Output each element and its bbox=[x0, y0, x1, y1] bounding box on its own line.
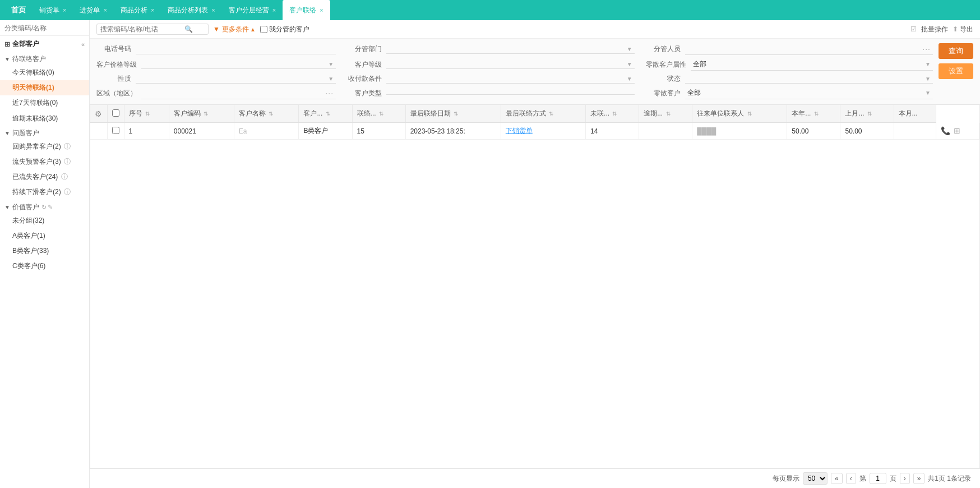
sidebar-item-declining[interactable]: 持续下滑客户(2) ⓘ bbox=[0, 185, 89, 200]
close-customer-segmentation-icon[interactable]: × bbox=[272, 7, 276, 13]
phone-field: 电话号码 bbox=[96, 44, 336, 54]
sidebar-item-today-contact[interactable]: 今天待联络(0) bbox=[0, 65, 89, 80]
sidebar-item-class-c[interactable]: C类客户(6) bbox=[0, 259, 89, 274]
last-contact-method-link[interactable]: 下销货单 bbox=[506, 127, 533, 135]
all-customers-header[interactable]: ⊞ 全部客户 « bbox=[0, 36, 89, 52]
row-no: 1 bbox=[124, 123, 169, 140]
sidebar-item-class-b[interactable]: B类客户(33) bbox=[0, 243, 89, 259]
row-last-contact-date: 2023-05-23 18:25: bbox=[405, 123, 501, 140]
sidebar-search-input[interactable] bbox=[4, 24, 89, 32]
retail-customer-select[interactable]: 全部 ▼ bbox=[685, 87, 933, 99]
row-select-checkbox[interactable] bbox=[112, 127, 119, 134]
th-company-contact[interactable]: 逾期... ⇅ bbox=[639, 105, 692, 123]
top-nav: 首页 销货单 × 进货单 × 商品分析 × 商品分析列表 × 客户分层经营 × … bbox=[0, 0, 980, 20]
export-icon: ⬆ bbox=[953, 25, 958, 33]
price-level-select[interactable]: ▼ bbox=[141, 60, 336, 69]
row-checkbox[interactable] bbox=[107, 123, 124, 140]
row-company-contact: ████ bbox=[692, 123, 787, 140]
th-name[interactable]: 客户编码 ⇅ bbox=[169, 105, 234, 123]
my-customers-check-input[interactable] bbox=[260, 26, 267, 33]
sidebar-item-tomorrow-contact[interactable]: 明天待联络(1) bbox=[0, 80, 89, 95]
th-this-year[interactable]: 往来单位联系人 ⇅ bbox=[692, 105, 787, 123]
th-overdue[interactable]: 未联... ⇅ bbox=[586, 105, 639, 123]
group-problem-customers[interactable]: ▼ 问题客户 bbox=[0, 126, 89, 139]
close-sales-order-icon[interactable]: × bbox=[63, 7, 66, 13]
table-footer: 每页显示 50 « ‹ 第 页 › » 共1页 1条记录 bbox=[90, 468, 980, 488]
close-purchase-order-icon[interactable]: × bbox=[103, 7, 107, 13]
nav-customer-contact[interactable]: 客户联络 × bbox=[283, 0, 330, 20]
more-conditions-btn[interactable]: ▼ 更多条件 ▲ bbox=[213, 25, 256, 34]
retail-customer-label: 零散客户 bbox=[646, 89, 685, 98]
region-select[interactable]: ··· bbox=[141, 88, 336, 99]
action-icons-group: 📞 ⊞ bbox=[941, 126, 974, 135]
export-btn[interactable]: ⬆ 导出 bbox=[953, 25, 973, 34]
sidebar-item-churned[interactable]: 已流失客户(24) ⓘ bbox=[0, 169, 89, 185]
sidebar-item-repurchase-abnormal[interactable]: 回购异常客户(2) ⓘ bbox=[0, 139, 89, 154]
settings-gear-icon[interactable]: ⚙ bbox=[95, 109, 102, 118]
close-product-analysis-icon[interactable]: × bbox=[151, 7, 154, 13]
edit-icon[interactable]: ✎ bbox=[48, 204, 53, 211]
close-customer-contact-icon[interactable]: × bbox=[320, 7, 323, 13]
set-button[interactable]: 设置 bbox=[939, 63, 973, 79]
close-product-analysis-list-icon[interactable]: × bbox=[211, 7, 215, 13]
nav-home[interactable]: 首页 bbox=[4, 0, 33, 20]
th-last-month[interactable]: 本年... ⇅ bbox=[787, 105, 840, 123]
th-last-contact-method[interactable]: 最后联络日期 ⇅ bbox=[405, 105, 501, 123]
th-last-contact-date[interactable]: 联络... ⇅ bbox=[352, 105, 405, 123]
page-number-input[interactable] bbox=[870, 473, 886, 484]
th-uncontacted[interactable]: 最后联络方式 ⇅ bbox=[501, 105, 585, 123]
payment-select[interactable]: ▼ bbox=[386, 75, 634, 84]
dept-select[interactable]: ▼ bbox=[386, 45, 634, 54]
sidebar-collapse-btn[interactable]: « bbox=[81, 41, 85, 48]
main-search-button[interactable]: 🔍 bbox=[184, 25, 193, 33]
grid-action-icon[interactable]: ⊞ bbox=[954, 126, 960, 135]
sort-lm-icon: ⇅ bbox=[814, 111, 819, 117]
select-all-checkbox[interactable] bbox=[112, 109, 119, 117]
th-code[interactable]: 序号 ⇅ bbox=[124, 105, 169, 123]
per-page-select[interactable]: 50 bbox=[803, 472, 828, 485]
phone-input[interactable] bbox=[136, 44, 336, 54]
sort-lcm-icon: ⇅ bbox=[454, 111, 458, 117]
sidebar-item-overdue-contact[interactable]: 逾期未联络(30) bbox=[0, 111, 89, 126]
customer-level-select[interactable]: ▼ bbox=[386, 60, 634, 69]
query-button[interactable]: 查询 bbox=[939, 43, 973, 59]
sidebar-item-churn-warning[interactable]: 流失预警客户(3) ⓘ bbox=[0, 154, 89, 169]
checkbox-column-header[interactable] bbox=[107, 105, 124, 123]
row-last-contact-method[interactable]: 下销货单 bbox=[501, 123, 585, 140]
group-pending-contact[interactable]: ▼ 待联络客户 bbox=[0, 52, 89, 65]
first-page-btn[interactable]: « bbox=[831, 473, 843, 484]
nature-select[interactable]: ▼ bbox=[136, 75, 336, 84]
settings-column-header[interactable]: ⚙ bbox=[90, 105, 107, 123]
table-body: 1 000021 Ea B类客户 15 2023-05-23 18:25: 下销… bbox=[90, 123, 979, 140]
group-value-customers[interactable]: ▼ 价值客户 ↻ ✎ bbox=[0, 200, 89, 213]
last-page-btn[interactable]: » bbox=[913, 473, 925, 484]
sidebar-item-class-a[interactable]: A类客户(1) bbox=[0, 228, 89, 243]
sort-type-icon: ⇅ bbox=[269, 111, 273, 117]
phone-action-icon[interactable]: 📞 bbox=[941, 126, 950, 135]
sidebar-item-ungrouped[interactable]: 未分组(32) bbox=[0, 213, 89, 228]
sidebar-item-7day-contact[interactable]: 近7天待联络(0) bbox=[0, 95, 89, 111]
my-customers-checkbox[interactable]: 我分管的客户 bbox=[260, 25, 309, 34]
nav-product-analysis-list[interactable]: 商品分析列表 × bbox=[161, 0, 221, 20]
th-type[interactable]: 客户名称 ⇅ bbox=[234, 105, 299, 123]
main-search-input[interactable] bbox=[100, 25, 184, 33]
retail-attr-select[interactable]: 全部 ▼ bbox=[691, 58, 933, 71]
refresh-icon[interactable]: ↻ bbox=[41, 204, 47, 211]
checkbox-icon: ☑ bbox=[910, 25, 917, 33]
chevron-up-icon: ▲ bbox=[250, 26, 256, 33]
nav-purchase-order[interactable]: 进货单 × bbox=[73, 0, 113, 20]
next-page-btn[interactable]: › bbox=[900, 473, 910, 484]
info-icon-1: ⓘ bbox=[64, 142, 71, 150]
nav-product-analysis[interactable]: 商品分析 × bbox=[114, 0, 161, 20]
manager-select[interactable]: ··· bbox=[685, 43, 933, 55]
nav-sales-order[interactable]: 销货单 × bbox=[33, 0, 73, 20]
nav-customer-segmentation[interactable]: 客户分层经营 × bbox=[222, 0, 283, 20]
th-this-month[interactable]: 上月... ⇅ bbox=[840, 105, 894, 123]
th-contacts[interactable]: 客户... ⇅ bbox=[299, 105, 352, 123]
prev-page-btn[interactable]: ‹ bbox=[846, 473, 856, 484]
batch-ops-btn[interactable]: ☑ 批量操作 bbox=[910, 25, 948, 34]
status-select[interactable]: ▼ bbox=[685, 75, 933, 84]
sidebar: 🔍 ⊞ 全部客户 « ▼ 待联络客户 今天待联络(0) 明天待联络(1) 近7天… bbox=[0, 20, 90, 488]
page-suffix: 页 bbox=[890, 474, 896, 484]
customer-type-select[interactable] bbox=[386, 92, 634, 95]
